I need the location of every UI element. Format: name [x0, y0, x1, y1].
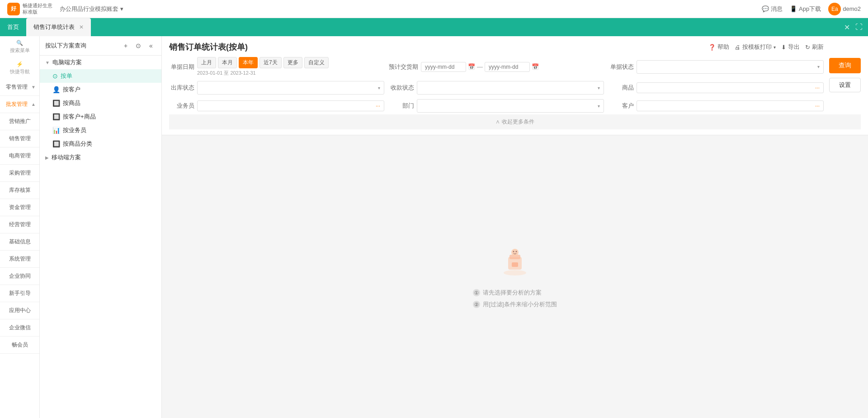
tree-item-by-customer-product-label: 按客户+商品 — [63, 113, 96, 121]
empty-tip-2: ② 用[过滤]条件来缩小分析范围 — [473, 299, 557, 310]
date-btn-custom[interactable]: 自定义 — [304, 57, 329, 68]
message-button[interactable]: 💬 消息 — [762, 5, 783, 13]
tree-section-mobile[interactable]: ▶ 移动端方案 — [40, 151, 161, 164]
date-buttons: 上月 本月 本年 近7天 更多 自定义 — [197, 57, 384, 68]
sidebar-item-enterprise[interactable]: 企业协同 — [0, 268, 39, 285]
download-icon: 📱 — [790, 5, 797, 12]
tab-home[interactable]: 首页 — [0, 18, 26, 36]
tree-section-mobile-label: 移动端方案 — [52, 153, 81, 162]
collapse-icon: ∧ — [495, 119, 501, 125]
cal-icon-start[interactable]: 📅 — [468, 63, 475, 70]
salesperson-more-icon[interactable]: ··· — [376, 103, 380, 109]
date-btn-last-month[interactable]: 上月 — [197, 57, 216, 68]
delivery-date-label: 预计交货期 — [389, 63, 418, 71]
date-btn-last-7[interactable]: 近7天 — [259, 57, 282, 68]
date-btn-this-month[interactable]: 本月 — [218, 57, 237, 68]
tree-item-by-customer[interactable]: 👤 按客户 — [40, 83, 161, 96]
sidebar-item-member[interactable]: 畅会员 — [0, 337, 39, 354]
department-select[interactable]: ▾ — [417, 99, 604, 113]
message-icon: 💬 — [762, 5, 769, 12]
by-customer-product-icon: 🔲 — [52, 113, 60, 120]
sidebar-item-sales[interactable]: 销售管理 — [0, 130, 39, 147]
filter-area: 销售订单统计表(按单) ❓ 帮助 🖨 按模板打印 ▾ — [162, 36, 868, 135]
department-label: 部门 — [389, 102, 414, 110]
user-profile[interactable]: Ea demo2 — [828, 3, 861, 15]
by-product-icon: 🔲 — [52, 100, 60, 107]
payment-status-label: 收款状态 — [389, 84, 414, 92]
tab-sales-stats[interactable]: 销售订单统计表 ✕ — [26, 18, 91, 36]
delivery-date-start-input[interactable] — [421, 62, 466, 72]
app-selector[interactable]: 办公用品行业模拟账套 ▾ — [56, 3, 127, 15]
tab-close-window-button[interactable]: ✕ — [842, 21, 852, 33]
tab-expand-button[interactable]: ⛶ — [854, 21, 864, 33]
collapse-label: 收起更多条件 — [502, 119, 534, 125]
tree-section-pc[interactable]: ▼ 电脑端方案 — [40, 56, 161, 69]
settings-button[interactable]: 设置 — [829, 78, 861, 92]
svg-point-3 — [511, 249, 519, 256]
cal-icon-end[interactable]: 📅 — [532, 63, 539, 70]
help-button[interactable]: ❓ 帮助 — [708, 43, 729, 51]
tree-item-by-product[interactable]: 🔲 按商品 — [40, 96, 161, 110]
tree-item-by-salesperson[interactable]: 📊 按业务员 — [40, 124, 161, 137]
date-btn-more[interactable]: 更多 — [283, 57, 302, 68]
sidebar-item-wechat[interactable]: 企业微信 — [0, 319, 39, 337]
delivery-status-select[interactable]: ▾ — [197, 81, 384, 95]
tab-bar-actions: ✕ ⛶ — [842, 21, 868, 33]
payment-status-select[interactable]: ▾ — [417, 81, 604, 95]
add-scheme-button[interactable]: + — [121, 41, 131, 51]
sidebar-item-appstore[interactable]: 应用中心 — [0, 302, 39, 319]
delivery-date-cell: 预计交货期 📅 — 📅 — [389, 62, 604, 72]
filter-header: 销售订单统计表(按单) ❓ 帮助 🖨 按模板打印 ▾ — [169, 42, 824, 52]
sidebar-item-marketing[interactable]: 营销推广 — [0, 113, 39, 130]
svg-rect-6 — [512, 262, 518, 267]
left-panel-actions: + ⊙ « — [121, 41, 156, 51]
sidebar-item-finance[interactable]: 资金管理 — [0, 199, 39, 216]
content-area: 按以下方案查询 + ⊙ « ▼ 电脑端方案 ⊙ 按单 👤 按客户 — [40, 36, 868, 418]
svg-point-5 — [515, 251, 517, 252]
export-icon: ⬇ — [781, 44, 786, 51]
doc-status-select[interactable]: ▾ — [637, 60, 824, 74]
salesperson-input[interactable]: ··· — [197, 100, 384, 111]
tab-close-icon[interactable]: ✕ — [79, 24, 84, 30]
sidebar-item-operations[interactable]: 经营管理 — [0, 216, 39, 233]
settings-scheme-button[interactable]: ⊙ — [133, 41, 143, 51]
delivery-date-end-input[interactable] — [485, 62, 530, 72]
tree-expand-icon: ▼ — [45, 60, 50, 65]
tree-item-by-customer-label: 按客户 — [63, 86, 80, 94]
collapse-panel-button[interactable]: « — [146, 41, 156, 51]
doc-status-cell: 单据状态 ▾ — [609, 60, 824, 74]
sidebar-item-newbie[interactable]: 新手引导 — [0, 285, 39, 302]
collapse-bar[interactable]: ∧ 收起更多条件 — [169, 114, 861, 129]
tree-item-by-category[interactable]: 🔲 按商品分类 — [40, 137, 161, 151]
date-filter-label: 单据日期 — [169, 63, 194, 71]
app-download-button[interactable]: 📱 App下载 — [790, 5, 821, 13]
action-buttons: 查询 设置 — [824, 42, 861, 92]
sidebar-search-menu[interactable]: 🔍 搜索菜单 — [0, 36, 39, 57]
customer-input[interactable]: ··· — [637, 100, 824, 111]
tree-section-pc-label: 电脑端方案 — [52, 58, 82, 66]
sidebar-item-purchase[interactable]: 采购管理 — [0, 165, 39, 182]
tree-item-by-customer-product[interactable]: 🔲 按客户+商品 — [40, 110, 161, 124]
product-more-icon[interactable]: ··· — [815, 85, 820, 91]
salesperson-cell: 业务员 ··· — [169, 100, 384, 111]
sidebar-item-wholesale[interactable]: 批发管理 ▲ — [0, 96, 39, 113]
quick-nav-icon: ⚡ — [2, 61, 38, 67]
sidebar-item-retail[interactable]: 零售管理 ▼ — [0, 79, 39, 96]
query-button[interactable]: 查询 — [829, 58, 861, 73]
refresh-button[interactable]: ↻ 刷新 — [805, 43, 824, 51]
wholesale-arrow-icon: ▲ — [31, 102, 36, 107]
sidebar-item-basic[interactable]: 基础信息 — [0, 233, 39, 251]
print-button[interactable]: 🖨 按模板打印 ▾ — [735, 43, 776, 51]
export-button[interactable]: ⬇ 导出 — [781, 43, 800, 51]
main-layout: 🔍 搜索菜单 ⚡ 快捷导航 零售管理 ▼ 批发管理 ▲ 营销推广 销售管理 电商… — [0, 36, 868, 418]
product-input[interactable]: ··· — [637, 82, 824, 93]
sidebar-item-system[interactable]: 系统管理 — [0, 251, 39, 268]
customer-more-icon[interactable]: ··· — [815, 103, 820, 109]
sidebar-item-inventory[interactable]: 库存核算 — [0, 182, 39, 199]
date-btn-this-year[interactable]: 本年 — [239, 57, 258, 68]
tip-2-num: ② — [473, 301, 480, 308]
sidebar-item-ecommerce[interactable]: 电商管理 — [0, 147, 39, 165]
sidebar-quick-nav[interactable]: ⚡ 快捷导航 — [0, 57, 39, 79]
tree-item-by-order[interactable]: ⊙ 按单 — [40, 69, 161, 83]
salesperson-label: 业务员 — [169, 102, 194, 110]
